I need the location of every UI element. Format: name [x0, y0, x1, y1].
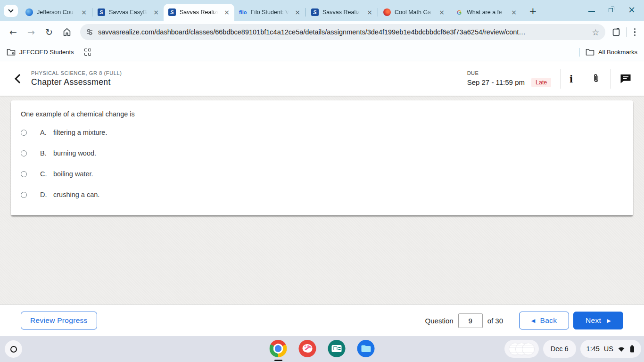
back-icon[interactable]: ←: [6, 25, 21, 40]
question-prompt: One example of a chemical change is: [21, 110, 623, 118]
omnibox-url-bar[interactable]: savvasrealize.com/dashboard/classes/66bd…: [80, 24, 605, 40]
page-title: Chapter Assessment: [31, 77, 122, 87]
wifi-icon: [618, 346, 625, 352]
option-letter: A.: [40, 129, 53, 136]
tab-separator: [305, 8, 306, 16]
option-radio[interactable]: [21, 130, 27, 136]
tab-title: Filo Student: V: [251, 9, 290, 16]
tab-title: Savvas Realiz: [322, 9, 362, 16]
option-radio[interactable]: [21, 171, 27, 177]
tab-close-icon[interactable]: ×: [152, 8, 160, 16]
tab-close-icon[interactable]: ×: [223, 8, 231, 16]
chevron-down-icon: [8, 7, 13, 12]
review-progress-button[interactable]: Review Progress: [21, 312, 97, 329]
tab-close-icon[interactable]: ×: [366, 8, 373, 16]
bookmark-label: All Bookmarks: [598, 49, 637, 56]
home-icon[interactable]: [59, 25, 74, 40]
screencast-app-icon[interactable]: [328, 340, 346, 357]
option-row-a[interactable]: A. filtering a mixture.: [21, 122, 623, 143]
option-letter: D.: [40, 191, 53, 198]
files-app-icon[interactable]: [357, 340, 375, 357]
due-date: Sep 27 - 11:59 pm: [467, 78, 525, 86]
comments-icon[interactable]: [619, 73, 632, 84]
bookmarks-right: All Bookmarks: [579, 48, 637, 57]
filo-favicon: filo: [239, 8, 247, 16]
tab-title: What are a fe: [467, 9, 506, 16]
new-tab-button[interactable]: +: [529, 5, 537, 16]
question-number-input[interactable]: [458, 313, 483, 328]
tab-savvas-realize-active[interactable]: S Savvas Realize ×: [164, 4, 234, 21]
assignment-header: PHYSICAL SCIENCE, GR 8 (FULL) Chapter As…: [0, 61, 644, 96]
toolbar-separator: [626, 27, 627, 37]
browser-toolbar: ← → ↻ savvasrealize.com/dashboard/classe…: [0, 21, 644, 43]
question-card: One example of a chemical change is A. f…: [11, 100, 633, 215]
chrome-icon[interactable]: [270, 340, 287, 357]
question-total: of 30: [487, 317, 503, 325]
folder-icon: [586, 48, 594, 56]
status-tray[interactable]: 1:45 US: [580, 340, 641, 358]
tab-filo-student[interactable]: filo Filo Student: V ×: [234, 4, 305, 21]
restore-window-icon[interactable]: [609, 7, 614, 12]
chrome-menu-icon[interactable]: [631, 25, 639, 39]
apps-grid-icon[interactable]: [84, 49, 91, 56]
screen: Jefferson Cou × S Savvas EasyB × S Savva…: [0, 0, 644, 362]
back-button[interactable]: ◀ Back: [519, 312, 569, 329]
option-radio[interactable]: [21, 192, 27, 198]
keyboard-layout: US: [604, 345, 613, 353]
assignment-titles: PHYSICAL SCIENCE, GR 8 (FULL) Chapter As…: [31, 70, 122, 87]
clock-time: 1:45: [586, 345, 600, 353]
tab-close-icon[interactable]: ×: [294, 8, 301, 16]
info-icon[interactable]: i: [570, 73, 573, 84]
tab-close-icon[interactable]: ×: [80, 8, 88, 16]
bookmark-star-icon[interactable]: ☆: [592, 27, 599, 37]
tab-search-button[interactable]: [4, 5, 18, 17]
tab-title: Jefferson Cou: [37, 9, 76, 16]
header-separator: [582, 69, 582, 89]
close-window-icon[interactable]: ×: [628, 6, 636, 13]
window-controls: ×: [588, 6, 636, 13]
battery-icon: [629, 345, 635, 353]
notifications-tray[interactable]: [504, 340, 539, 358]
option-row-b[interactable]: B. burning wood.: [21, 143, 623, 164]
chromeos-shelf: Dec 6 1:45 US: [0, 336, 644, 362]
tab-close-icon[interactable]: ×: [510, 8, 518, 16]
launcher-button[interactable]: [5, 340, 22, 358]
next-triangle-icon: ▶: [607, 318, 611, 323]
reload-icon[interactable]: ↻: [41, 25, 57, 40]
tab-title: Cool Math Ga: [395, 9, 434, 16]
bookmark-label: JEFCOED Students: [19, 49, 74, 56]
minimize-icon[interactable]: [588, 11, 595, 12]
savvas-favicon: S: [168, 8, 176, 16]
content-area: One example of a chemical change is A. f…: [0, 96, 644, 304]
launcher-icon: [10, 346, 17, 353]
tab-google-search[interactable]: G What are a fe ×: [451, 4, 521, 21]
managed-folder-icon: [7, 48, 16, 56]
footer-navigation: Question of 30 ◀ Back Next ▶: [425, 312, 623, 329]
shelf-apps: [270, 340, 375, 357]
option-text: boiling water.: [53, 170, 93, 178]
date-pill[interactable]: Dec 6: [543, 340, 576, 358]
tab-title: Savvas EasyB: [109, 9, 149, 16]
assignment-footer-bar: Review Progress Question of 30 ◀ Back Ne…: [0, 304, 644, 336]
option-radio[interactable]: [21, 150, 27, 156]
tab-savvas-realize-2[interactable]: S Savvas Realiz ×: [306, 4, 377, 21]
tab-jefferson-county[interactable]: Jefferson Cou ×: [21, 4, 91, 21]
next-button[interactable]: Next ▶: [573, 312, 623, 329]
all-bookmarks-folder[interactable]: All Bookmarks: [586, 48, 637, 56]
site-settings-icon[interactable]: [86, 28, 93, 36]
shelf-status-area: Dec 6 1:45 US: [504, 340, 641, 358]
tab-close-icon[interactable]: ×: [438, 8, 446, 16]
tab-cool-math-games[interactable]: Cool Math Ga ×: [379, 4, 449, 21]
option-row-d[interactable]: D. crushing a can.: [21, 184, 623, 205]
tab-separator: [92, 8, 92, 16]
paperclip-attachment-icon[interactable]: [591, 74, 601, 83]
google-favicon: G: [455, 8, 463, 16]
back-chevron-icon[interactable]: [15, 74, 24, 83]
tab-savvas-easybridge[interactable]: S Savvas EasyB ×: [93, 4, 164, 21]
option-row-c[interactable]: C. boiling water.: [21, 164, 623, 184]
forward-icon[interactable]: →: [24, 25, 39, 40]
cool-math-favicon: [383, 8, 391, 16]
canvas-app-icon[interactable]: [299, 340, 316, 357]
side-panel-icon[interactable]: [611, 27, 621, 37]
bookmark-folder-jefcoed[interactable]: JEFCOED Students: [7, 48, 74, 56]
